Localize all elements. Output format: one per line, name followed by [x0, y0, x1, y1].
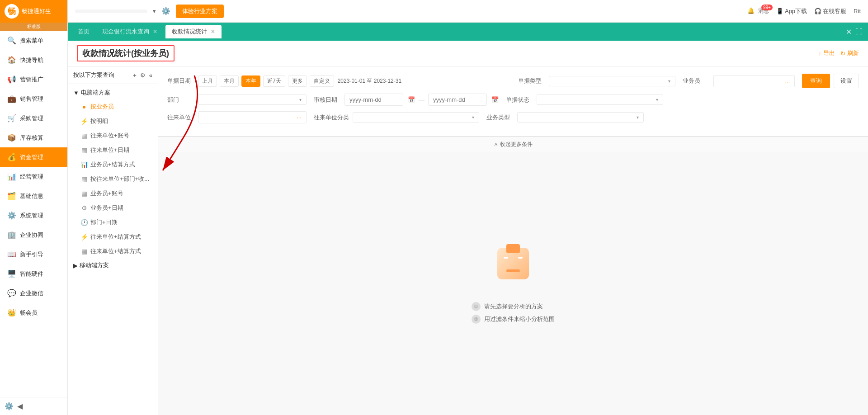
scheme-item-by-detail[interactable]: ⚡ 按明细 [68, 114, 158, 128]
scheme-item-partner-dept-collect[interactable]: ▦ 按往来单位+部门+收... [68, 172, 158, 186]
tab-home[interactable]: 首页 [73, 25, 94, 38]
filter-partner-input[interactable]: ··· [198, 111, 307, 123]
purchase-icon: 🛒 [7, 114, 16, 123]
export-btn[interactable]: ↑ 导出 [819, 49, 835, 57]
collection-stats-tab-close[interactable]: ✕ [211, 28, 215, 35]
date-btn-last-month[interactable]: 上月 [198, 75, 217, 87]
date-btn-this-month[interactable]: 本月 [220, 75, 239, 87]
sidebar-item-marketing[interactable]: 📢 营销推广 [0, 70, 67, 89]
sidebar-item-operations[interactable]: 📊 经营管理 [0, 167, 67, 186]
tab-close-all-btn[interactable]: ✕ [846, 28, 852, 36]
notification-area[interactable]: 🔔 99+ 消息 [747, 7, 769, 15]
filter-docstatus-select[interactable]: ▾ [537, 94, 663, 105]
sidebar-item-basic[interactable]: 🗂️ 基础信息 [0, 186, 67, 206]
collection-stats-tab-label: 收款情况统计 [172, 28, 207, 36]
scheme-item-salesperson-date[interactable]: ⚙ 业务员+日期 [68, 201, 158, 215]
page-content: 收款情况统计(按业务员) ↑ 导出 ↻ 刷新 按以下方案查询 + [68, 41, 868, 415]
filter-review-date-from[interactable] [344, 94, 403, 106]
salesperson-more-icon[interactable]: ... [785, 78, 790, 85]
add-scheme-icon[interactable]: + [133, 72, 137, 79]
partner-account-icon: ▦ [80, 132, 88, 139]
scheme-item-partner-date[interactable]: ▦ 往来单位+日期 [68, 143, 158, 157]
tab-bank-flow[interactable]: 现金银行流水查询 ✕ [96, 25, 164, 38]
tabbar: 首页 现金银行流水查询 ✕ 收款情况统计 ✕ ✕ ⛶ [68, 23, 868, 41]
query-btn[interactable]: 查询 [802, 74, 830, 88]
scheme-item-salesperson-settle[interactable]: 📊 业务员+结算方式 [68, 157, 158, 172]
online-service[interactable]: 🎧 在线客服 [814, 7, 846, 15]
wechat-icon: 💬 [7, 289, 16, 297]
scheme-item-salesperson-account[interactable]: ▦ 业务员+账号 [68, 186, 158, 201]
sidebar-item-member[interactable]: 👑 畅会员 [0, 303, 67, 322]
edition-badge: 标准版 [0, 23, 67, 31]
sidebar-item-finance[interactable]: 💰 资金管理 [0, 147, 67, 167]
online-service-label: 在线客服 [823, 7, 846, 15]
bank-flow-tab-close[interactable]: ✕ [153, 28, 157, 35]
step2-text: 用过滤条件来缩小分析范围 [484, 315, 555, 323]
date-btn-custom[interactable]: 自定义 [310, 75, 334, 87]
detail-scheme-label: 按明细 [90, 117, 108, 125]
bottom-settings-icon[interactable]: ⚙️ [5, 402, 14, 410]
scheme-group-mobile-header[interactable]: ▶ 移动端方案 [68, 259, 158, 272]
collapse-panel-icon[interactable]: « [149, 72, 152, 79]
step2-num: ② [472, 315, 481, 324]
app-download[interactable]: 📱 App下载 [776, 7, 807, 15]
member-icon: 👑 [7, 308, 16, 317]
marketing-icon: 📢 [7, 75, 16, 84]
filter-review-date-label: 审核日期 [314, 96, 341, 104]
dept-chevron-icon: ▾ [299, 97, 302, 102]
sales-icon: 💼 [7, 94, 16, 103]
scheme-group-desktop: ▼ 电脑端方案 ● 按业务员 ⚡ 按明细 ▦ 往 [68, 86, 158, 259]
date-btn-this-year[interactable]: 本年 [241, 75, 260, 87]
trial-btn[interactable]: 体验行业方案 [176, 5, 224, 18]
partner-more-icon[interactable]: ··· [297, 114, 302, 121]
sidebar-item-guide[interactable]: 📖 新手引导 [0, 245, 67, 264]
refresh-label: 刷新 [847, 49, 859, 57]
logo-icon: 畅 [5, 4, 19, 19]
calendar-from-icon[interactable]: 📅 [408, 96, 415, 103]
filter-review-date-item: 审核日期 📅 — 📅 [314, 94, 499, 106]
calendar-to-icon[interactable]: 📅 [491, 96, 499, 103]
sidebar-item-wechat[interactable]: 💬 企业微信 [0, 283, 67, 303]
tab-collection-stats[interactable]: 收款情况统计 ✕ [165, 25, 222, 38]
filter-review-date-to[interactable] [428, 94, 487, 106]
docstatus-chevron-icon: ▾ [656, 97, 658, 102]
filter-partner-category-select[interactable]: ▾ [353, 112, 479, 123]
sidebar-item-system[interactable]: ⚙️ 系统管理 [0, 206, 67, 225]
topbar: ▾ ⚙️ 体验行业方案 🔔 99+ 消息 📱 App下载 🎧 在线客服 Rit [68, 0, 868, 23]
scheme-item-dept-date[interactable]: 🕐 部门+日期 [68, 215, 158, 230]
scheme-item-partner-settle1[interactable]: ⚡ 往来单位+结算方式 [68, 230, 158, 244]
tab-expand-btn[interactable]: ⛶ [855, 28, 863, 36]
bottom-collapse-icon[interactable]: ◀ [17, 402, 23, 410]
scheme-group-desktop-header[interactable]: ▼ 电脑端方案 [68, 86, 158, 99]
scheme-list: ▼ 电脑端方案 ● 按业务员 ⚡ 按明细 ▦ 往 [68, 84, 158, 415]
collapse-bar[interactable]: ∧ 收起更多条件 [158, 137, 868, 152]
hardware-icon: 🖥️ [7, 269, 16, 278]
scheme-item-by-salesperson[interactable]: ● 按业务员 [68, 99, 158, 114]
date-btn-more[interactable]: 更多 [288, 75, 307, 87]
user-avatar[interactable]: Rit [854, 8, 861, 14]
filter-partner-category-label: 往来单位分类 [314, 113, 349, 122]
filter-salesperson-input[interactable]: ... [713, 75, 795, 87]
partner-settle2-label: 往来单位+结算方式 [90, 247, 141, 255]
refresh-btn[interactable]: ↻ 刷新 [840, 49, 859, 57]
home-icon: 🏠 [7, 56, 16, 64]
filter-date-label: 单据日期 [167, 77, 194, 85]
filter-dept-select[interactable]: ▾ [198, 94, 307, 105]
filter-business-type-select[interactable]: ▾ [517, 112, 644, 123]
date-btn-7days[interactable]: 近7天 [263, 75, 285, 87]
sidebar-item-inventory[interactable]: 📦 库存核算 [0, 128, 67, 147]
filter-doctype-select[interactable]: ▾ [549, 76, 675, 86]
topbar-dropdown-icon[interactable]: ▾ [153, 8, 156, 14]
topbar-settings-icon[interactable]: ⚙️ [161, 7, 170, 15]
sidebar-item-purchase[interactable]: 🛒 采购管理 [0, 108, 67, 128]
scheme-item-partner-account[interactable]: ▦ 往来单位+账号 [68, 128, 158, 143]
sidebar-item-quick-nav[interactable]: 🏠 快捷导航 [0, 50, 67, 70]
scheme-item-partner-settle2[interactable]: ▦ 往来单位+结算方式 [68, 244, 158, 259]
scheme-settings-icon[interactable]: ⚙ [140, 72, 146, 79]
sidebar-item-search[interactable]: 🔍 搜索菜单 [0, 31, 67, 50]
sidebar-item-sales[interactable]: 💼 销售管理 [0, 89, 67, 108]
step1-num: ① [472, 302, 481, 311]
sidebar-item-enterprise[interactable]: 🏢 企业协同 [0, 225, 67, 245]
set-btn[interactable]: 设置 [834, 74, 859, 88]
sidebar-item-hardware[interactable]: 🖥️ 智能硬件 [0, 264, 67, 283]
